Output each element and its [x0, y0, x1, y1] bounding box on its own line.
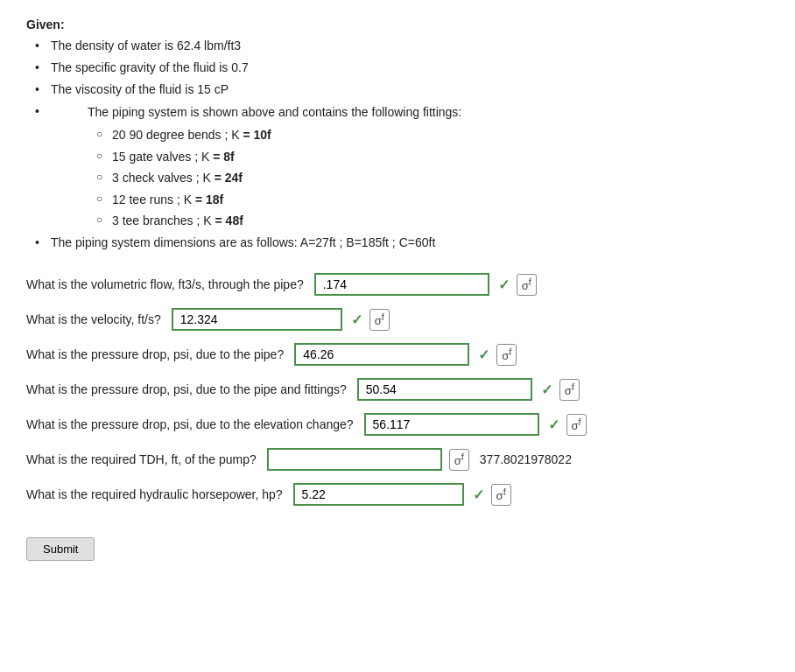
question-label-6: What is the required TDH, ft, of the pum… [26, 452, 257, 466]
bullet-dimensions: The piping system dimensions are as foll… [35, 234, 769, 252]
fittings-list: 20 90 degree bends ; K = 10f 15 gate val… [88, 125, 769, 230]
question-label-4: What is the pressure drop, psi, due to t… [26, 382, 347, 396]
given-bullets: The density of water is 62.4 lbm/ft3 The… [26, 37, 769, 252]
bullet-density: The density of water is 62.4 lbm/ft3 [35, 37, 769, 55]
sigma-btn-4[interactable]: σf [559, 379, 580, 400]
check-icon-2: ✓ [351, 312, 362, 328]
question-label-5: What is the pressure drop, psi, due to t… [26, 417, 354, 431]
fittings-intro: The piping system is shown above and con… [88, 102, 769, 122]
answer-input-1[interactable] [314, 273, 489, 296]
question-label-3: What is the pressure drop, psi, due to t… [26, 347, 284, 361]
question-row-7: What is the required hydraulic horsepowe… [26, 483, 769, 506]
question-row-6: What is the required TDH, ft, of the pum… [26, 448, 769, 471]
question-label-1: What is the volumetric flow, ft3/s, thro… [26, 277, 304, 291]
check-icon-1: ✓ [498, 276, 510, 293]
bullet-gravity: The specific gravity of the fluid is 0.7 [35, 59, 769, 77]
question-label-2: What is the velocity, ft/s? [26, 312, 161, 326]
question-row-4: What is the pressure drop, psi, due to t… [26, 378, 769, 401]
result-text-6: 377.8021978022 [480, 452, 572, 466]
sigma-btn-1[interactable]: σf [517, 274, 537, 295]
sigma-btn-7[interactable]: σf [491, 484, 511, 505]
fitting-2: 15 gate valves ; K = 8f [96, 147, 769, 166]
answer-input-4[interactable] [357, 378, 532, 401]
sigma-btn-3[interactable]: σf [496, 344, 517, 365]
fitting-4: 12 tee runs ; K = 18f [96, 190, 769, 209]
given-title: Given: [26, 18, 769, 32]
fitting-3: 3 check valves ; K = 24f [96, 168, 769, 187]
check-icon-5: ✓ [548, 416, 559, 433]
answer-input-7[interactable] [293, 483, 464, 506]
question-row-3: What is the pressure drop, psi, due to t… [26, 343, 769, 366]
fitting-5: 3 tee branches ; K = 48f [96, 211, 769, 230]
answer-input-5[interactable] [364, 413, 539, 436]
fitting-1: 20 90 degree bends ; K = 10f [96, 125, 769, 144]
bullet-viscosity: The viscosity of the fluid is 15 cP [35, 80, 769, 99]
question-row-1: What is the volumetric flow, ft3/s, thro… [26, 273, 769, 296]
sigma-btn-2[interactable]: σf [369, 309, 390, 330]
check-icon-7: ✓ [473, 486, 484, 503]
answer-input-6[interactable] [267, 448, 442, 471]
answer-input-3[interactable] [294, 343, 469, 366]
check-icon-3: ✓ [478, 346, 489, 363]
submit-section: Submit [26, 523, 769, 561]
check-icon-4: ✓ [541, 382, 552, 398]
submit-button[interactable]: Submit [26, 537, 95, 561]
question-row-5: What is the pressure drop, psi, due to t… [26, 413, 769, 436]
question-row-2: What is the velocity, ft/s? ✓ σf [26, 308, 769, 331]
question-label-7: What is the required hydraulic horsepowe… [26, 487, 283, 501]
sigma-btn-6[interactable]: σf [449, 449, 469, 470]
given-section: Given: The density of water is 62.4 lbm/… [26, 18, 769, 252]
sigma-btn-5[interactable]: σf [566, 414, 587, 435]
bullet-fittings: The piping system is shown above and con… [35, 102, 769, 230]
fittings-block: The piping system is shown above and con… [35, 102, 769, 230]
answer-input-2[interactable] [172, 308, 342, 331]
questions-section: What is the volumetric flow, ft3/s, thro… [26, 273, 769, 506]
